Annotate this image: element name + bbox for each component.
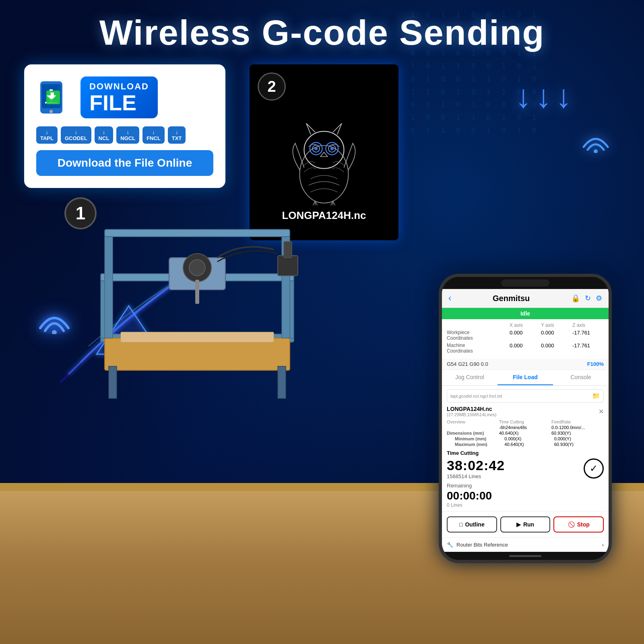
svg-rect-30 (121, 332, 274, 342)
machine-x: 0.000 (510, 343, 541, 354)
remaining-row: 00:00:00 0 Lines (447, 489, 604, 508)
workpiece-coords-row: WorkpieceCoordinates 0.000 0.000 -17.761 (447, 330, 604, 341)
phone-notch (442, 277, 609, 289)
time-cutting-lines: 1568514 Lines (447, 473, 505, 479)
download-badge: DOWNLOAD FILE (80, 76, 158, 118)
svg-rect-29 (278, 366, 286, 398)
wifi-left-icon (36, 306, 72, 341)
workpiece-y: 0.000 (541, 330, 572, 341)
remaining-lines-label: 0 Lines (447, 502, 492, 508)
y-axis-label: Y axis (541, 322, 572, 328)
page-title: Wireless G-code Sending (0, 0, 644, 53)
wifi-top-right-icon (580, 129, 612, 159)
loaded-file-name: LONGPA124H.nc (447, 406, 497, 412)
file-size-label: (27.29MB,1568514Lines) (447, 412, 497, 417)
svg-point-18 (594, 149, 598, 153)
svg-rect-33 (105, 229, 290, 237)
svg-rect-26 (195, 280, 199, 304)
stop-icon: 🚫 (568, 521, 575, 528)
outline-icon: □ (459, 521, 462, 528)
router-bits-icon: 🔧 (447, 542, 453, 548)
back-icon[interactable]: ‹ (448, 293, 451, 303)
overview-values: -6h24mins48s 0.0-1200.0mm/... (447, 425, 604, 430)
machine-coords-row: MachineCoordinates 0.000 0.000 -17.761 (447, 343, 604, 354)
owl-icon (280, 117, 368, 205)
file-word: FILE (89, 92, 149, 114)
svg-rect-27 (105, 338, 290, 370)
svg-marker-17 (320, 152, 328, 157)
phone-app-title: Genmitsu (493, 294, 530, 303)
file-type-tapl: ↓TAPL (36, 126, 58, 144)
maximum-row: Maximum (mm) 40.640(X) 60.930(Y) (447, 442, 604, 447)
file-type-hint: tapl.gcodel.ncl.ngcl.fncl.txt (450, 394, 502, 398)
machine-z: -17.761 (572, 343, 604, 354)
folder-icon[interactable]: 📁 (592, 392, 600, 400)
chevron-right-icon: › (602, 542, 604, 548)
file-type-ncl: ↓NCL (95, 126, 114, 144)
dimensions-row: Dimensions (mm) 40.640(X) 60.930(Y) (447, 431, 604, 436)
status-idle-bar: Idle (442, 308, 609, 319)
file-type-gcodel: ↓GCODEL (61, 126, 91, 144)
phone-tab-bar: Jog Control File Load Console (442, 370, 609, 386)
download-panel: DOWNLOAD FILE ↓TAPL ↓GCODEL ↓NCL ↓NGCL ↓… (24, 64, 225, 188)
download-arrows: ↓ ↓ ↓ (515, 80, 572, 113)
step1-number: 1 (64, 197, 97, 229)
router-bits-bar[interactable]: 🔧 Router Bits Reference › (442, 537, 609, 552)
cnc-machine-area (48, 193, 350, 427)
phone-screen: ‹ Genmitsu 🔒 ↻ ⚙ Idle X axis (442, 289, 609, 552)
svg-point-25 (189, 260, 205, 276)
lock-icon: 🔒 (571, 294, 580, 303)
step2-circle: 2 (258, 72, 286, 101)
svg-point-2 (50, 110, 53, 113)
svg-rect-34 (278, 256, 298, 276)
svg-point-15 (314, 147, 318, 151)
status-idle-label: Idle (520, 310, 530, 317)
download-link-bar[interactable]: Download the File Online (36, 150, 213, 176)
remaining-time-value: 00:00:00 (447, 489, 492, 502)
svg-rect-31 (105, 233, 113, 338)
check-circle-icon: ✓ (584, 458, 604, 479)
time-cutting-label: Time Cutting (447, 450, 604, 456)
outline-button[interactable]: □ Outline (447, 516, 497, 533)
coordinates-section: X axis Y axis Z axis WorkpieceCoordinate… (442, 319, 609, 359)
tab-console[interactable]: Console (553, 370, 609, 385)
file-type-fncl: ↓FNCL (142, 126, 165, 144)
tab-file-load[interactable]: File Load (497, 370, 553, 385)
settings-icon[interactable]: ⚙ (596, 294, 602, 303)
overview-header: Overview Time Cutting FeedRate (447, 419, 604, 425)
workpiece-x: 0.000 (510, 330, 541, 341)
file-types-list: ↓TAPL ↓GCODEL ↓NCL ↓NGCL ↓FNCL ↓TXT (36, 126, 213, 144)
file-type-ngcl: ↓NGCL (116, 126, 139, 144)
workpiece-z: -17.761 (572, 330, 604, 341)
arrow-down-3: ↓ (555, 80, 572, 113)
axes-header: X axis Y axis Z axis (447, 322, 604, 328)
stop-button[interactable]: 🚫 Stop (553, 516, 604, 533)
phone-download-icon (36, 79, 72, 116)
machine-y: 0.000 (541, 343, 572, 354)
arrow-down-1: ↓ (515, 80, 531, 113)
z-axis-label: Z axis (572, 322, 604, 328)
phone-header-icons: 🔒 ↻ ⚙ (571, 294, 602, 303)
phone-home-bar (442, 552, 609, 560)
action-buttons-bar: □ Outline ▶ Run 🚫 Stop (442, 511, 609, 537)
x-axis-label: X axis (510, 322, 541, 328)
time-cutting-row: 38:02:42 1568514 Lines ✓ (447, 458, 604, 479)
minimum-row: Minimum (mm) 0.000(X) 0.000(Y) (447, 436, 604, 441)
cnc-machine-svg (80, 193, 314, 415)
time-cutting-value: 38:02:42 (447, 458, 505, 473)
svg-rect-28 (109, 366, 117, 398)
arrow-down-2: ↓ (535, 80, 551, 113)
file-load-section: tapl.gcodel.ncl.ngcl.fncl.txt 📁 LONGPA12… (442, 386, 609, 511)
gcode-line-display: G54 G21 G90 0.0 F100% (442, 359, 609, 370)
tab-jog-control[interactable]: Jog Control (442, 370, 497, 385)
close-file-icon[interactable]: ✕ (599, 408, 604, 415)
file-type-txt: ↓TXT (168, 126, 186, 144)
run-icon: ▶ (516, 521, 521, 528)
refresh-icon[interactable]: ↻ (585, 294, 591, 303)
run-button[interactable]: ▶ Run (500, 516, 551, 533)
phone-app-header: ‹ Genmitsu 🔒 ↻ ⚙ (442, 289, 609, 308)
svg-point-36 (52, 330, 57, 334)
svg-rect-35 (284, 242, 292, 258)
svg-point-16 (330, 147, 334, 151)
file-input-row[interactable]: tapl.gcodel.ncl.ngcl.fncl.txt 📁 (447, 389, 604, 402)
